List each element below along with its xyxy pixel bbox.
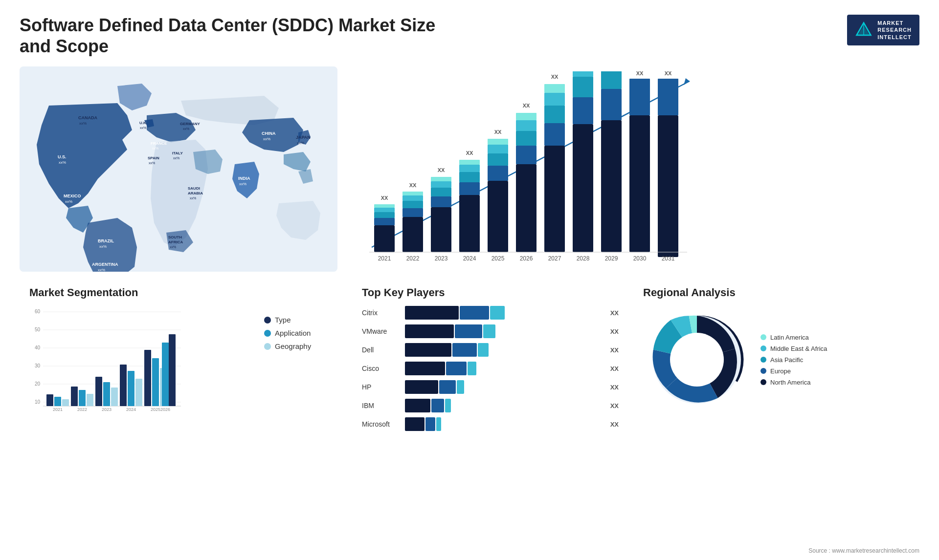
svg-text:60: 60 [35,309,41,314]
player-bar-seg3 [490,306,505,320]
player-name-citrix: Citrix [362,309,401,317]
svg-text:xx%: xx% [59,160,66,165]
legend-item-type: Type [264,316,328,324]
svg-rect-84 [544,84,565,93]
svg-rect-56 [431,177,451,181]
page-container: Software Defined Data Center (SDDC) Mark… [0,0,939,560]
regional-legend-europe: Europe [760,367,827,375]
svg-text:U.S.: U.S. [58,154,67,159]
svg-text:xx%: xx% [239,182,246,186]
svg-text:2031: 2031 [662,255,675,262]
svg-rect-55 [431,181,451,188]
svg-rect-52 [431,207,451,252]
player-row-cisco: Cisco XX [362,362,619,375]
seg-svg-wrap: 60 50 40 30 20 10 [29,306,249,415]
player-bar-seg3 [478,343,489,357]
svg-rect-69 [488,145,508,153]
player-bar-seg2 [425,417,435,431]
legend-dot-application [264,330,271,337]
regional-legend-asia-pacific: Asia Pacific [760,356,827,364]
legend-label-type: Type [275,316,291,324]
bottom-left: Market Segmentation 60 50 40 30 20 10 [20,281,337,538]
player-bar-seg2 [455,324,482,338]
svg-text:SAUDI: SAUDI [188,186,200,191]
legend-item-application: Application [264,329,328,337]
svg-text:2021: 2021 [378,255,391,262]
svg-rect-125 [71,387,78,406]
svg-text:xx%: xx% [149,161,155,165]
player-bars-vmware [405,324,604,338]
player-xx-hp: XX [610,384,619,391]
svg-text:xx%: xx% [190,196,196,200]
svg-text:FRANCE: FRANCE [151,141,167,146]
donut-chart [643,306,751,413]
logo-box: MARKET RESEARCH INTELLECT [847,15,919,45]
player-row-citrix: Citrix XX [362,306,619,320]
player-name-microsoft: Microsoft [362,420,401,428]
segmentation-chart: 60 50 40 30 20 10 [29,306,186,413]
svg-text:xx%: xx% [297,141,304,145]
svg-text:40: 40 [35,345,41,350]
svg-text:CANADA: CANADA [78,115,97,120]
svg-rect-49 [402,192,423,195]
growth-bar-chart: XX 2021 XX 2022 XX 2023 [357,71,699,267]
svg-rect-46 [402,208,423,217]
player-bars-citrix [405,306,604,320]
player-row-ibm: IBM XX [362,399,619,412]
player-bars-ibm [405,399,604,412]
donut-wrap: Latin America Middle East & Africa Asia … [643,306,910,413]
seg-legend: Type Application Geography [264,306,328,350]
svg-rect-42 [374,204,395,208]
svg-rect-91 [573,71,593,77]
svg-text:50: 50 [35,327,41,332]
bottom-center: Top Key Players Citrix XX VMware [347,281,919,538]
svg-text:ARGENTINA: ARGENTINA [92,262,118,267]
svg-text:XX: XX [381,195,388,201]
svg-rect-100 [629,79,650,115]
player-bar-seg2 [452,343,477,357]
svg-rect-126 [79,390,86,406]
svg-rect-83 [544,93,565,106]
svg-text:JAPAN: JAPAN [296,135,311,140]
svg-rect-38 [374,225,395,252]
svg-rect-103 [658,115,678,257]
svg-rect-123 [62,399,69,406]
player-bar-seg3 [468,362,476,375]
player-bar-seg2 [446,362,467,375]
svg-text:2029: 2029 [605,255,618,262]
svg-text:2027: 2027 [548,255,561,262]
player-bars-dell [405,343,604,357]
regional-section: Regional Analysis [633,281,919,538]
svg-rect-77 [516,113,537,120]
svg-text:xx%: xx% [263,137,270,141]
player-xx-cisco: XX [610,365,619,372]
player-bar-seg1 [405,380,438,394]
players-title: Top Key Players [362,286,619,299]
svg-rect-81 [544,123,565,146]
svg-text:10: 10 [35,399,41,405]
player-bar-seg3 [457,380,464,394]
svg-rect-94 [601,120,622,252]
svg-text:2025: 2025 [492,255,505,262]
svg-text:XX: XX [494,129,502,135]
svg-rect-63 [459,160,480,165]
svg-text:ITALY: ITALY [172,151,183,155]
svg-rect-95 [601,89,622,120]
svg-rect-129 [95,377,102,406]
regional-dot-north-america [760,379,766,385]
regional-legend: Latin America Middle East & Africa Asia … [760,334,827,386]
svg-rect-62 [459,165,480,172]
player-bar-seg1 [405,343,451,357]
svg-text:xx%: xx% [173,156,179,160]
svg-rect-122 [54,397,61,406]
player-row-microsoft: Microsoft XX [362,417,619,431]
svg-text:INDIA: INDIA [238,176,250,181]
player-bar-seg1 [405,362,445,375]
svg-text:xx%: xx% [152,147,158,150]
source-text: Source : www.marketresearchintellect.com [808,547,919,554]
svg-text:2024: 2024 [126,407,136,412]
svg-text:XX: XX [409,182,417,188]
player-name-vmware: VMware [362,327,401,335]
svg-rect-54 [431,188,451,196]
svg-rect-39 [374,218,395,225]
